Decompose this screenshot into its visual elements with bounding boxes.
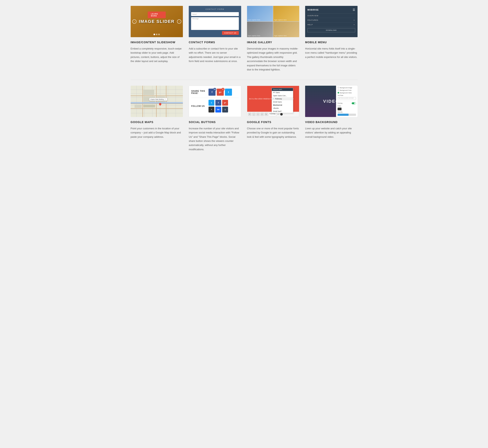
contact-card-desc: Add a subscribe or contact form to your … bbox=[189, 47, 241, 63]
slider-next-arrow[interactable]: › bbox=[177, 19, 181, 24]
map-grid-h3 bbox=[131, 97, 183, 98]
fonts-item-droid-sans[interactable]: Droid Sans bbox=[272, 100, 293, 104]
card-social-buttons: SHARE THIS PAGE! f 192 g+ 47 t bbox=[189, 86, 241, 152]
mm-item-overview[interactable]: OVERVIEW bbox=[307, 14, 355, 18]
behance-icon: Bǝ bbox=[217, 109, 220, 111]
map-road-h3 bbox=[131, 108, 183, 109]
share-row: SHARE THIS PAGE! f 192 g+ 47 t bbox=[191, 89, 239, 96]
follow-facebook-button[interactable]: f bbox=[215, 100, 221, 106]
fonts-item-ubuntu[interactable]: Ubuntu bbox=[272, 107, 293, 110]
fonts-tool-1[interactable]: ↶ bbox=[248, 112, 252, 116]
fonts-card-title: GOOGLE FONTS bbox=[247, 120, 299, 124]
mm-item-help[interactable]: HELP ▼ bbox=[307, 23, 355, 27]
map-grid-h7 bbox=[131, 113, 183, 113]
feature-grid-row2: Empire State Building ✕ GOOGLE MAPS Poin… bbox=[131, 86, 358, 152]
fonts-preview-image: ite in a few clicks! Mobirise helps you … bbox=[247, 86, 299, 117]
contact-form-preview-image: CONTACT FORM Name* Message CONTACT US bbox=[189, 6, 241, 37]
vp-opacity-slider[interactable] bbox=[338, 114, 356, 116]
mm-item-overview-label: OVERVIEW bbox=[307, 15, 318, 17]
fb-badge: 192 bbox=[213, 88, 216, 91]
facebook-follow-icon: f bbox=[218, 102, 219, 104]
fonts-item-montserrat[interactable]: Montserrat bbox=[272, 104, 293, 107]
share-twitter-button[interactable]: t bbox=[225, 89, 232, 96]
vp-youtube-input[interactable]: http://www.youtube.com/watd bbox=[338, 97, 356, 100]
fonts-dropdown[interactable]: Source Serif... PT Sans Open Sans Con...… bbox=[272, 88, 293, 113]
vp-radio-bg-color[interactable] bbox=[338, 89, 339, 91]
gallery-cell-3[interactable]: Type caption here bbox=[247, 22, 273, 37]
maps-preview-image: Empire State Building ✕ bbox=[131, 86, 183, 117]
contact-card-title: CONTACT FORMS bbox=[189, 41, 241, 44]
vp-divider bbox=[338, 101, 356, 101]
slider-preview: IMAGE SLIDER LEARN MORE ‹ › bbox=[131, 6, 183, 37]
slider-prev-arrow[interactable]: ‹ bbox=[132, 19, 136, 24]
fonts-tool-4[interactable]: □ bbox=[260, 112, 264, 116]
contact-form-preview: CONTACT FORM Name* Message CONTACT US bbox=[189, 6, 241, 37]
gallery-cell-2[interactable]: Type caption here bbox=[273, 6, 299, 21]
googleplus-icon: g+ bbox=[219, 91, 221, 93]
fonts-font-select[interactable]: Raleway bbox=[269, 112, 277, 116]
fonts-item-droid-serif[interactable]: Droid Serif bbox=[272, 110, 293, 113]
vp-item-bg-video: Background Video bbox=[338, 92, 356, 94]
gallery-cell-4[interactable]: Type caption here bbox=[273, 22, 299, 37]
page-wrapper: IMAGE SLIDER LEARN MORE ‹ › IMAGE/CONTEN… bbox=[127, 0, 361, 165]
follow-twitter-button[interactable]: t bbox=[208, 100, 214, 106]
vp-radio-bg-image[interactable] bbox=[338, 87, 339, 88]
maps-popup: Empire State Building ✕ bbox=[149, 98, 167, 101]
gallery-card-desc: Demonstrate your images in masonry mobil… bbox=[247, 47, 299, 72]
fonts-tool-2[interactable]: ⎵ bbox=[252, 112, 256, 116]
social-preview-image: SHARE THIS PAGE! f 192 g+ 47 t bbox=[189, 86, 241, 117]
card-contact-forms: CONTACT FORM Name* Message CONTACT US CO… bbox=[189, 6, 241, 72]
fonts-preview: ite in a few clicks! Mobirise helps you … bbox=[247, 86, 299, 117]
mobile-menu-preview-image: MOBIRISE ☰ OVERVIEW FEATURES ▼ HELP ▼ DO… bbox=[305, 6, 358, 37]
slider-dot-2[interactable] bbox=[156, 34, 157, 35]
fonts-item-raleway[interactable]: ✓ Raleway bbox=[272, 97, 293, 100]
slider-learn-more-button[interactable]: LEARN MORE bbox=[148, 12, 166, 18]
gp-follow-icon: g+ bbox=[224, 102, 226, 104]
fonts-item-open-sans[interactable]: Open Sans Con... bbox=[272, 94, 293, 97]
vp-youtube-url: http://www.youtube.com/watd bbox=[338, 97, 354, 99]
vp-color-swatch[interactable] bbox=[338, 108, 342, 110]
fonts-dropdown-header: Source Serif... bbox=[272, 88, 293, 91]
card-video-background: VIDEO Background Image Background Color bbox=[305, 86, 358, 152]
mm-item-features[interactable]: FEATURES ▼ bbox=[307, 18, 355, 23]
share-facebook-button[interactable]: f 192 bbox=[208, 89, 216, 96]
map-grid-h2 bbox=[131, 94, 183, 94]
follow-behance-button[interactable]: Bǝ bbox=[215, 107, 221, 112]
follow-tumblr-button[interactable]: t bbox=[222, 107, 228, 112]
slider-dot-1[interactable] bbox=[153, 34, 155, 35]
vp-radio-bg-video[interactable] bbox=[338, 92, 339, 94]
hamburger-icon[interactable]: ☰ bbox=[353, 8, 355, 11]
share-googleplus-button[interactable]: g+ 47 bbox=[217, 89, 224, 96]
slider-dot-3[interactable] bbox=[158, 34, 160, 35]
facebook-icon: f bbox=[212, 91, 212, 94]
mm-download-button[interactable]: DOWNLOAD bbox=[307, 28, 355, 32]
gallery-cell-1[interactable]: Type caption here bbox=[247, 6, 273, 21]
map-grid-v5 bbox=[168, 86, 168, 117]
social-card-title: SOCIAL BUTTONS bbox=[189, 120, 241, 124]
gallery-card-title: IMAGE GALLERY bbox=[247, 41, 299, 44]
vp-slider-fill bbox=[338, 114, 349, 116]
maps-popup-close[interactable]: ✕ bbox=[165, 98, 166, 100]
map-block-5 bbox=[143, 105, 155, 107]
fonts-tool-5[interactable]: ✎ bbox=[264, 112, 268, 116]
fonts-tool-3[interactable]: ↔ bbox=[256, 112, 260, 116]
follow-github-button[interactable]: ⚬ bbox=[208, 107, 214, 112]
cf-name-input[interactable]: Name* bbox=[191, 12, 239, 16]
cf-submit-button[interactable]: CONTACT US bbox=[222, 31, 239, 35]
card-image-slider: IMAGE SLIDER LEARN MORE ‹ › IMAGE/CONTEN… bbox=[131, 6, 183, 72]
vp-overlay-toggle[interactable] bbox=[352, 102, 356, 104]
help-arrow-icon: ▼ bbox=[353, 24, 355, 26]
tumblr-icon: t bbox=[225, 108, 225, 111]
fonts-item-open-sans-label: Open Sans Con... bbox=[273, 95, 287, 97]
fonts-item-pt-sans[interactable]: PT Sans bbox=[272, 91, 293, 94]
video-preview: VIDEO Background Image Background Color bbox=[305, 86, 358, 117]
gp-badge: 47 bbox=[221, 88, 224, 91]
gallery-caption-2: Type caption here bbox=[274, 19, 287, 21]
video-settings-panel: Background Image Background Color Backgr… bbox=[336, 86, 358, 117]
slider-dots bbox=[153, 34, 160, 35]
share-label: SHARE THIS PAGE! bbox=[191, 90, 207, 94]
follow-googleplus-button[interactable]: g+ bbox=[222, 100, 228, 106]
cf-message-textarea[interactable]: Message bbox=[191, 17, 239, 30]
fonts-color-picker[interactable] bbox=[280, 113, 283, 116]
map-block-4 bbox=[135, 105, 142, 108]
